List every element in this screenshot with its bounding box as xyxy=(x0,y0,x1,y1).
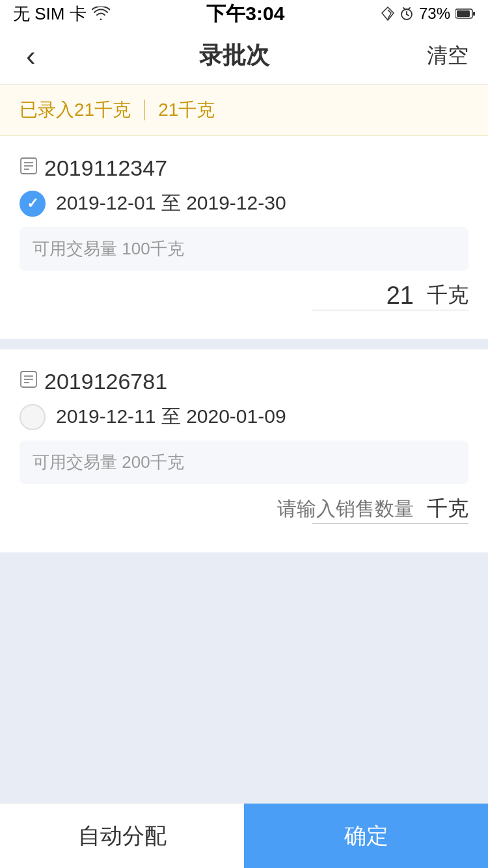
batch1-amount-wrapper: 21 千克 xyxy=(0,271,488,326)
batch1-details: 2019112347 2019-12-01 至 2019-12-30 可用交易量… xyxy=(0,136,488,271)
batch1-id-icon xyxy=(20,156,38,180)
section-divider xyxy=(0,339,488,349)
batch1-amount-number: 21 xyxy=(386,282,414,310)
page-title: 录批次 xyxy=(199,40,269,72)
no-sim-text: 无 SIM 卡 xyxy=(13,3,87,25)
batch2-date-row[interactable]: 2019-12-11 至 2020-01-09 xyxy=(20,403,468,430)
battery-icon xyxy=(455,8,475,19)
clear-button[interactable]: 清空 xyxy=(427,42,468,70)
batch1-header: 2019112347 xyxy=(20,156,468,181)
status-right: 73% xyxy=(381,5,475,23)
batch2-id: 2019126781 xyxy=(44,369,167,394)
svg-rect-6 xyxy=(457,10,470,17)
status-time: 下午3:04 xyxy=(206,1,284,27)
svg-rect-7 xyxy=(473,12,475,16)
summary-banner: 已录入21千克 21千克 xyxy=(0,85,488,136)
empty-area xyxy=(0,552,488,813)
battery-percent: 73% xyxy=(419,5,450,23)
batch2-available: 可用交易量 200千克 xyxy=(20,441,468,484)
summary-value: 21千克 xyxy=(158,98,215,122)
alarm-icon xyxy=(400,7,414,21)
batch1-date-row[interactable]: 2019-12-01 至 2019-12-30 xyxy=(20,190,468,217)
auto-distribute-button[interactable]: 自动分配 xyxy=(0,804,244,868)
batch2-card: 2019126781 2019-12-11 至 2020-01-09 可用交易量… xyxy=(0,349,488,552)
batch2-date: 2019-12-11 至 2020-01-09 xyxy=(56,403,286,430)
auto-distribute-label: 自动分配 xyxy=(78,821,167,851)
batch1-radio[interactable] xyxy=(20,191,46,217)
status-bar: 无 SIM 卡 下午3:04 73% xyxy=(0,0,488,27)
nav-bar: ‹ 录批次 清空 xyxy=(0,27,488,85)
svg-line-2 xyxy=(407,14,409,16)
batch1-available: 可用交易量 100千克 xyxy=(20,227,468,271)
batch2-header: 2019126781 xyxy=(20,369,468,394)
batch2-unit: 千克 xyxy=(427,495,468,523)
location-icon xyxy=(381,7,394,21)
confirm-label: 确定 xyxy=(344,821,388,851)
batch2-radio[interactable] xyxy=(20,404,46,430)
wifi-icon xyxy=(92,7,110,21)
batch2-qty-input[interactable] xyxy=(219,498,414,520)
batch1-card: 2019112347 2019-12-01 至 2019-12-30 可用交易量… xyxy=(0,136,488,339)
batch2-id-icon xyxy=(20,370,38,394)
confirm-button[interactable]: 确定 xyxy=(244,804,488,868)
bottom-bar: 自动分配 确定 xyxy=(0,803,488,868)
batch1-id: 2019112347 xyxy=(44,156,167,181)
status-left: 无 SIM 卡 xyxy=(13,3,110,25)
batch2-amount-wrapper: 千克 xyxy=(0,484,488,539)
batch2-details: 2019126781 2019-12-11 至 2020-01-09 可用交易量… xyxy=(0,349,488,484)
batch1-amount-unit: 千克 xyxy=(427,281,468,310)
batch1-amount-row: 21 千克 xyxy=(20,281,468,310)
batch2-underline xyxy=(312,523,468,524)
back-button[interactable]: ‹ xyxy=(20,33,42,79)
batch1-underline xyxy=(312,310,468,310)
summary-label: 已录入21千克 xyxy=(20,98,131,122)
batch1-date: 2019-12-01 至 2019-12-30 xyxy=(56,190,286,217)
summary-divider xyxy=(144,100,145,120)
batch2-input-row: 千克 xyxy=(20,495,468,523)
